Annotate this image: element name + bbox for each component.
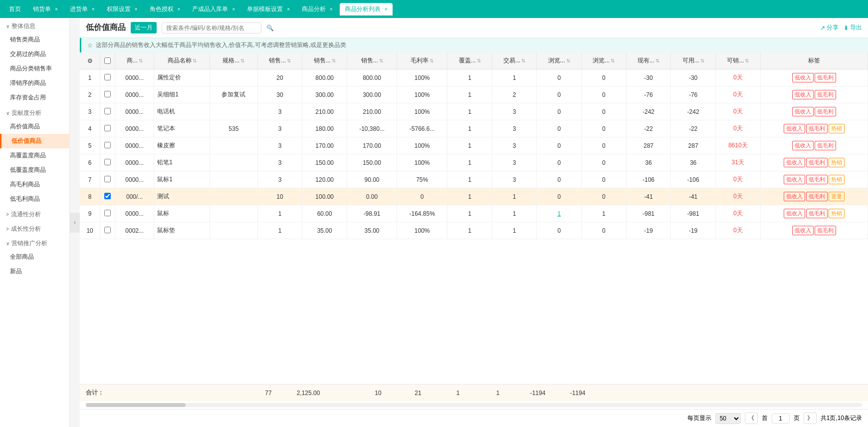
row-checkbox[interactable] — [104, 210, 111, 216]
page-size-select[interactable]: 50 100 200 — [715, 413, 741, 424]
col-sale2[interactable]: 销售...⇅ — [302, 52, 347, 69]
row-checkbox[interactable] — [104, 91, 111, 97]
first-page-button[interactable]: 《 — [745, 413, 758, 424]
sort-icon[interactable]: ⇅ — [521, 58, 525, 63]
sidebar-item-new-products[interactable]: 新品 — [0, 264, 69, 279]
sidebar-item-high-value[interactable]: 高价值商品 — [0, 119, 69, 134]
row-checkbox[interactable] — [104, 176, 111, 182]
row-name[interactable]: 橡皮擦 — [154, 137, 210, 154]
sidebar-item-inventory-capital[interactable]: 库存资金占用 — [0, 90, 69, 105]
nav-analysis-list[interactable]: 商品分析列表 × — [340, 3, 393, 15]
export-button[interactable]: ⬇ 导出 — [844, 23, 862, 32]
row-checkbox[interactable] — [104, 108, 111, 114]
col-browse1[interactable]: 浏览...⇅ — [537, 52, 582, 69]
row-checkbox-cell[interactable] — [100, 86, 115, 103]
nav-roles[interactable]: 角色授权 × — [145, 3, 186, 15]
sort-icon[interactable]: ⇅ — [611, 58, 615, 63]
sidebar-item-low-value[interactable]: 低价值商品 — [0, 134, 69, 148]
col-saleable[interactable]: 可销...⇅ — [715, 52, 760, 69]
col-checkbox[interactable] — [100, 52, 115, 69]
close-icon[interactable]: × — [232, 6, 235, 12]
col-cover[interactable]: 覆盖...⇅ — [447, 52, 492, 69]
horizontal-scrollbar[interactable] — [86, 403, 862, 407]
table-container[interactable]: ⚙ 商...⇅ 商品名称⇅ 规格...⇅ 销售...⇅ 销售...⇅ 销售...… — [80, 52, 868, 384]
sidebar-item-traded-products[interactable]: 交易过的商品 — [0, 47, 69, 61]
row-checkbox-cell[interactable] — [100, 171, 115, 188]
share-button[interactable]: ↗ 分享 — [820, 23, 839, 32]
close-icon[interactable]: × — [178, 6, 181, 12]
col-settings[interactable]: ⚙ — [80, 52, 100, 69]
sort-icon[interactable]: ⇅ — [700, 58, 704, 63]
nav-analysis[interactable]: 商品分析 × — [297, 3, 338, 15]
row-checkbox-cell[interactable] — [100, 103, 115, 120]
sort-icon[interactable]: ⇅ — [332, 58, 336, 63]
select-all-checkbox[interactable] — [104, 57, 111, 64]
close-icon[interactable]: × — [287, 6, 290, 12]
close-icon[interactable]: × — [330, 6, 333, 12]
row-checkbox-cell[interactable] — [100, 120, 115, 137]
sidebar-item-low-profit[interactable]: 低毛利商品 — [0, 192, 69, 206]
sort-icon[interactable]: ⇅ — [379, 58, 383, 63]
col-current[interactable]: 现有...⇅ — [626, 52, 671, 69]
row-name[interactable]: 吴细细1 — [154, 86, 210, 103]
close-icon[interactable]: × — [92, 6, 95, 12]
row-name[interactable]: 鼠标 — [154, 205, 210, 222]
sidebar-group-circulation[interactable]: > 流通性分析 — [0, 206, 69, 221]
row-checkbox[interactable] — [104, 125, 111, 131]
nav-permissions[interactable]: 权限设置 × — [102, 3, 143, 15]
col-profit-rate[interactable]: 毛利率⇅ — [397, 52, 447, 69]
nav-templates[interactable]: 单据模板设置 × — [242, 3, 295, 15]
col-trade[interactable]: 交易...⇅ — [492, 52, 537, 69]
sidebar-group-contribution[interactable]: ∨ 贡献度分析 — [0, 105, 69, 119]
sort-icon[interactable]: ⇅ — [287, 58, 291, 63]
col-spec[interactable]: 规格...⇅ — [210, 52, 257, 69]
col-tags[interactable]: 标签 — [760, 52, 868, 69]
sort-icon[interactable]: ⇅ — [139, 58, 143, 63]
sort-icon[interactable]: ⇅ — [745, 58, 749, 63]
sidebar-item-slow-products[interactable]: 滞销序的商品 — [0, 76, 69, 90]
row-checkbox-cell[interactable] — [100, 188, 115, 205]
row-checkbox[interactable] — [104, 74, 111, 80]
row-name[interactable]: 鼠标1 — [154, 171, 210, 188]
row-browse1[interactable]: 1 — [537, 205, 582, 222]
sort-icon[interactable]: ⇅ — [240, 58, 244, 63]
next-page-button[interactable]: 》 — [804, 413, 817, 424]
nav-home[interactable]: 首页 — [4, 3, 26, 15]
col-code[interactable]: 商...⇅ — [115, 52, 154, 69]
search-icon[interactable]: 🔍 — [266, 24, 274, 31]
row-checkbox-cell[interactable] — [100, 205, 115, 222]
close-icon[interactable]: × — [385, 6, 388, 12]
row-name[interactable]: 鼠标垫 — [154, 222, 210, 239]
row-name[interactable]: 测试 — [154, 188, 210, 205]
row-checkbox[interactable] — [104, 227, 111, 233]
row-checkbox-cell[interactable] — [100, 69, 115, 86]
row-name[interactable]: 属性定价 — [154, 69, 210, 86]
sidebar-group-growth[interactable]: > 成长性分析 — [0, 221, 69, 235]
scrollbar-thumb[interactable] — [86, 403, 186, 407]
sidebar-group-marketing[interactable]: ∨ 营销推广分析 — [0, 235, 69, 250]
sidebar-group-overall[interactable]: ∨ 整体信息 — [0, 18, 69, 32]
row-checkbox-cell[interactable] — [100, 154, 115, 171]
col-sale1[interactable]: 销售...⇅ — [257, 52, 302, 69]
col-available[interactable]: 可用...⇅ — [671, 52, 716, 69]
nav-sales[interactable]: 销货单 × — [28, 3, 63, 15]
sort-icon[interactable]: ⇅ — [477, 58, 481, 63]
search-input[interactable] — [162, 22, 261, 33]
row-checkbox[interactable] — [104, 159, 111, 165]
filter-button[interactable]: 近一月 — [131, 22, 157, 33]
row-name[interactable]: 电话机 — [154, 103, 210, 120]
sidebar-item-category-rate[interactable]: 商品分类销售率 — [0, 61, 69, 76]
sidebar-item-high-profit[interactable]: 高毛利商品 — [0, 177, 69, 192]
row-checkbox[interactable] — [104, 193, 111, 199]
sort-icon[interactable]: ⇅ — [430, 58, 434, 63]
row-checkbox-cell[interactable] — [100, 222, 115, 239]
sidebar-item-sales-products[interactable]: 销售类商品 — [0, 32, 69, 47]
row-name[interactable]: 铅笔1 — [154, 154, 210, 171]
nav-purchase[interactable]: 进货单 × — [65, 3, 100, 15]
col-name[interactable]: 商品名称⇅ — [154, 52, 210, 69]
close-icon[interactable]: × — [55, 6, 58, 12]
sort-icon[interactable]: ⇅ — [655, 58, 659, 63]
sidebar-item-low-coverage[interactable]: 低覆盖度商品 — [0, 163, 69, 177]
sidebar-item-high-coverage[interactable]: 高覆盖度商品 — [0, 148, 69, 163]
row-checkbox-cell[interactable] — [100, 137, 115, 154]
